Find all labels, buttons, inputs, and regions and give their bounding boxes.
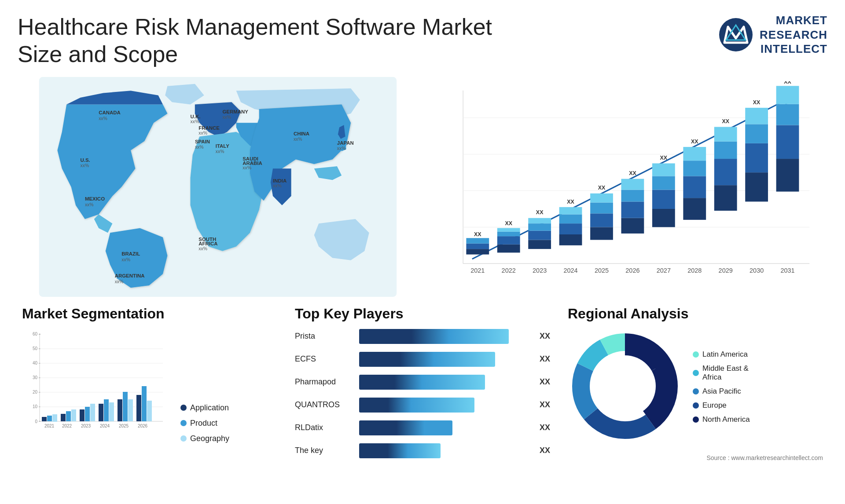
- svg-text:2026: 2026: [138, 424, 148, 428]
- svg-rect-133: [52, 414, 57, 422]
- regional-legend: Latin America Middle East &Africa Asia P…: [693, 350, 750, 424]
- svg-text:XX: XX: [660, 155, 668, 161]
- player-row-ecfs: ECFS XX: [295, 352, 550, 367]
- svg-rect-101: [745, 108, 768, 124]
- svg-rect-65: [559, 207, 582, 215]
- svg-text:U.K.: U.K.: [191, 114, 201, 119]
- logo-line3: INTELLECT: [760, 42, 827, 56]
- latin-america-dot: [693, 351, 699, 358]
- svg-text:xx%: xx%: [191, 119, 199, 124]
- svg-rect-141: [90, 404, 95, 421]
- logo-line1: MARKET: [760, 13, 827, 28]
- player-name-rldatix: RLDatix: [295, 423, 352, 432]
- svg-text:CHINA: CHINA: [294, 131, 309, 136]
- svg-rect-63: [559, 223, 582, 234]
- middle-east-dot: [693, 370, 699, 376]
- svg-rect-62: [559, 234, 582, 245]
- svg-rect-144: [104, 399, 109, 421]
- player-name-ecfs: ECFS: [295, 354, 352, 364]
- asia-pacific-dot: [693, 388, 699, 394]
- svg-text:xx%: xx%: [337, 146, 346, 150]
- svg-rect-145: [109, 402, 114, 421]
- svg-rect-59: [528, 218, 551, 223]
- svg-rect-93: [714, 159, 737, 185]
- player-row-pharmapod: Pharmapod XX: [295, 375, 550, 390]
- product-label: Product: [190, 419, 217, 428]
- svg-rect-152: [142, 386, 147, 421]
- svg-text:30: 30: [33, 375, 38, 380]
- svg-text:XX: XX: [567, 198, 574, 205]
- svg-rect-77: [621, 179, 644, 190]
- logo-icon: [718, 17, 753, 52]
- svg-rect-132: [47, 416, 52, 421]
- players-section: Top Key Players Prista XX ECFS XX: [290, 301, 555, 471]
- svg-rect-44: [466, 249, 489, 254]
- player-bar-quantros: [359, 398, 529, 413]
- svg-rect-100: [745, 124, 768, 143]
- application-dot: [180, 405, 187, 411]
- reg-legend-middle-east: Middle East &Africa: [693, 364, 750, 382]
- bar-chart-svg: XX 2021 XX 2022 XX 2023: [436, 81, 819, 300]
- svg-text:2027: 2027: [657, 267, 671, 274]
- regional-section: Regional Analysis: [563, 301, 827, 471]
- svg-point-160: [594, 355, 656, 417]
- segmentation-section: Market Segmentation 0 10 20 30: [18, 301, 282, 471]
- svg-rect-149: [128, 399, 133, 421]
- svg-rect-58: [528, 223, 551, 231]
- svg-rect-143: [99, 404, 103, 421]
- svg-text:XX: XX: [722, 118, 729, 124]
- svg-text:XX: XX: [753, 99, 760, 106]
- svg-text:SPAIN: SPAIN: [195, 139, 210, 144]
- svg-point-0: [719, 18, 753, 51]
- svg-rect-137: [71, 409, 76, 421]
- svg-text:2025: 2025: [595, 267, 609, 274]
- svg-text:60: 60: [33, 332, 38, 336]
- svg-text:xx%: xx%: [99, 116, 107, 121]
- svg-text:xx%: xx%: [121, 257, 130, 262]
- svg-text:FRANCE: FRANCE: [198, 125, 220, 131]
- player-row-rldatix: RLDatix XX: [295, 420, 550, 435]
- player-val-thekey: XX: [540, 446, 550, 455]
- world-map-section: CANADA xx% U.S. xx% MEXICO xx% BRAZIL xx…: [18, 77, 418, 297]
- player-val-quantros: XX: [540, 400, 550, 409]
- player-row-thekey: The key XX: [295, 443, 550, 458]
- svg-text:10: 10: [33, 404, 38, 409]
- logo-text: MARKET RESEARCH INTELLECT: [760, 13, 827, 56]
- svg-text:xx%: xx%: [216, 149, 224, 154]
- svg-text:XX: XX: [784, 81, 791, 85]
- donut-svg-wrap: circle[stroke="#0f2060"], circle[stroke=…: [568, 329, 682, 445]
- svg-rect-57: [528, 230, 551, 240]
- svg-text:xx%: xx%: [81, 163, 89, 168]
- svg-text:xx%: xx%: [222, 115, 231, 120]
- player-val-rldatix: XX: [540, 423, 550, 432]
- seg-chart-svg: 0 10 20 30 40 50 60: [22, 329, 172, 443]
- svg-rect-74: [621, 218, 644, 233]
- svg-rect-82: [652, 176, 675, 190]
- svg-text:2023: 2023: [533, 267, 547, 274]
- svg-text:xx%: xx%: [273, 183, 282, 188]
- svg-rect-98: [745, 172, 768, 201]
- legend-application: Application: [180, 403, 229, 413]
- logo-area: MARKET RESEARCH INTELLECT: [718, 13, 827, 56]
- regional-title: Regional Analysis: [568, 306, 823, 322]
- svg-rect-50: [497, 245, 520, 253]
- svg-text:INDIA: INDIA: [273, 178, 287, 183]
- svg-text:GERMANY: GERMANY: [222, 109, 248, 114]
- svg-text:XX: XX: [629, 170, 636, 176]
- svg-rect-76: [621, 190, 644, 201]
- player-bar-pharmapod: [359, 375, 529, 390]
- seg-container: 0 10 20 30 40 50 60: [22, 329, 277, 443]
- player-bar-thekey: [359, 443, 529, 458]
- donut-chart-svg: circle[stroke="#0f2060"], circle[stroke=…: [568, 329, 682, 443]
- svg-text:xx%: xx%: [294, 137, 302, 142]
- svg-text:2022: 2022: [502, 267, 516, 274]
- reg-legend-europe: Europe: [693, 401, 750, 410]
- header: Healthcare Risk Management Software Mark…: [18, 13, 827, 68]
- svg-text:xx%: xx%: [242, 165, 251, 170]
- svg-rect-45: [466, 243, 489, 248]
- svg-text:XX: XX: [598, 185, 606, 191]
- svg-rect-94: [714, 141, 737, 158]
- svg-text:xx%: xx%: [195, 144, 204, 149]
- svg-rect-69: [590, 213, 613, 227]
- middle-east-label: Middle East &Africa: [702, 364, 749, 382]
